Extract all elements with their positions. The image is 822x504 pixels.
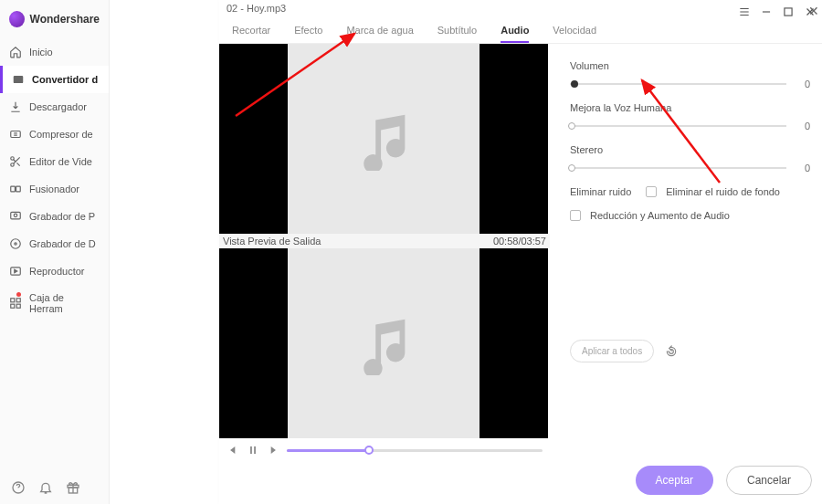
tab-trim[interactable]: Recortar <box>232 19 270 43</box>
output-preview-label: Vista Previa de Salida <box>223 236 321 247</box>
gift-icon[interactable] <box>66 480 80 495</box>
tab-audio[interactable]: Audio <box>501 19 529 43</box>
svg-rect-5 <box>16 186 21 192</box>
svg-rect-12 <box>16 299 20 302</box>
apply-all-button[interactable]: Aplicar a todos <box>570 340 654 362</box>
noise-checkbox-label: Eliminar el ruido de fondo <box>666 186 780 197</box>
sidebar-item-converter[interactable]: Convertidor d <box>0 66 109 93</box>
sidebar-item-label: Reproductor <box>29 266 85 277</box>
close-window-icon[interactable] <box>804 5 817 18</box>
sidebar-item-label: Grabador de P <box>29 211 95 222</box>
pause-button[interactable] <box>247 444 259 457</box>
svg-rect-4 <box>11 186 16 192</box>
svg-rect-14 <box>16 304 20 308</box>
sidebar-item-compressor[interactable]: Compresor de <box>0 121 109 148</box>
sidebar-item-toolbox[interactable]: Caja de Herram <box>0 285 109 321</box>
time-display: 00:58/03:57 <box>493 236 546 247</box>
svg-point-8 <box>11 239 21 249</box>
tab-effect[interactable]: Efecto <box>294 19 322 43</box>
sidebar-item-label: Editor de Vide <box>29 156 92 167</box>
maximize-icon[interactable] <box>782 5 795 18</box>
tab-subtitle[interactable]: Subtítulo <box>437 19 477 43</box>
sidebar-item-video-editor[interactable]: Editor de Vide <box>0 148 109 175</box>
sidebar-item-player[interactable]: Reproductor <box>0 257 109 285</box>
svg-rect-20 <box>254 446 256 454</box>
music-note-icon <box>352 107 416 171</box>
prev-button[interactable] <box>227 444 239 457</box>
preview-meta-row: Vista Previa de Salida 00:58/03:57 <box>219 234 550 248</box>
progress-bar[interactable] <box>287 449 543 452</box>
stereo-label: Sterero <box>570 144 810 155</box>
sidebar-item-label: Descargador <box>29 101 87 112</box>
sidebar-item-dvd-recorder[interactable]: Grabador de D <box>0 230 109 257</box>
stereo-slider[interactable] <box>570 167 786 169</box>
slider-knob[interactable] <box>571 80 578 88</box>
grid-icon <box>9 297 22 310</box>
noise-group-label: Eliminar ruido <box>570 186 631 197</box>
brand-name: Wondershare <box>30 13 100 26</box>
output-preview <box>219 248 548 438</box>
sidebar-item-label: Grabador de D <box>29 238 96 249</box>
volume-label: Volumen <box>570 60 810 71</box>
sidebar-bottom <box>0 471 109 504</box>
progress-knob[interactable] <box>364 446 374 455</box>
audio-controls: Volumen 0 Mejora la Voz Humana 0 <box>550 44 822 436</box>
reset-icon[interactable] <box>665 345 678 358</box>
slider-knob[interactable] <box>568 164 575 172</box>
tab-speed[interactable]: Velocidad <box>553 19 596 43</box>
progress-fill <box>287 449 369 452</box>
download-icon <box>9 100 22 113</box>
gain-checkbox-label: Reducción y Aumento de Audio <box>590 210 730 221</box>
sidebar-item-label: Fusionador <box>29 184 79 194</box>
brand-logo-icon <box>9 11 25 27</box>
svg-rect-1 <box>11 131 21 138</box>
modal-footer: Aceptar Cancelar <box>636 466 812 495</box>
sidebar-item-label: Caja de Herram <box>29 292 100 314</box>
sidebar-item-downloader[interactable]: Descargador <box>0 93 109 121</box>
svg-rect-18 <box>785 8 792 16</box>
cancel-button[interactable]: Cancelar <box>726 466 812 495</box>
svg-rect-11 <box>11 299 15 302</box>
volume-slider[interactable] <box>570 83 786 85</box>
svg-point-3 <box>11 163 15 167</box>
sidebar: Wondershare Inicio Convertidor d Descarg… <box>0 0 110 504</box>
sidebar-item-label: Inicio <box>29 47 53 58</box>
svg-rect-13 <box>11 304 15 308</box>
player-bar <box>219 438 550 457</box>
minimize-icon[interactable] <box>760 5 773 18</box>
brand: Wondershare <box>0 7 109 38</box>
help-icon[interactable] <box>11 480 26 495</box>
tab-watermark[interactable]: Marca de agua <box>346 19 413 43</box>
scissors-icon <box>9 155 22 168</box>
voice-slider[interactable] <box>570 125 786 127</box>
noise-checkbox[interactable] <box>646 186 657 197</box>
preview-column: Vista Previa de Salida 00:58/03:57 <box>219 44 550 436</box>
menu-icon[interactable] <box>738 5 751 18</box>
volume-value: 0 <box>797 79 810 89</box>
slider-knob[interactable] <box>568 122 575 130</box>
accept-button[interactable]: Aceptar <box>636 466 713 495</box>
converter-icon <box>12 73 25 86</box>
merge-icon <box>9 183 22 195</box>
sidebar-item-merger[interactable]: Fusionador <box>0 175 109 203</box>
music-note-icon <box>352 311 416 375</box>
svg-rect-0 <box>14 76 24 83</box>
sidebar-item-label: Convertidor d <box>32 74 98 85</box>
svg-point-7 <box>14 214 17 217</box>
bell-icon[interactable] <box>38 480 53 495</box>
window-controls <box>738 5 817 18</box>
main-area: de Alta Velocidad Convertir onvertir Tod… <box>110 0 822 504</box>
notification-dot-icon <box>16 292 21 297</box>
voice-enhance-label: Mejora la Voz Humana <box>570 102 810 113</box>
screen-record-icon <box>9 210 22 223</box>
voice-value: 0 <box>797 121 810 131</box>
svg-point-2 <box>11 157 15 161</box>
svg-rect-19 <box>250 446 252 454</box>
play-icon <box>9 265 22 278</box>
gain-checkbox[interactable] <box>570 210 581 221</box>
original-preview <box>219 44 548 234</box>
next-button[interactable] <box>267 444 279 457</box>
disc-icon <box>9 237 22 250</box>
sidebar-item-screen-recorder[interactable]: Grabador de P <box>0 203 109 230</box>
sidebar-item-home[interactable]: Inicio <box>0 38 109 66</box>
